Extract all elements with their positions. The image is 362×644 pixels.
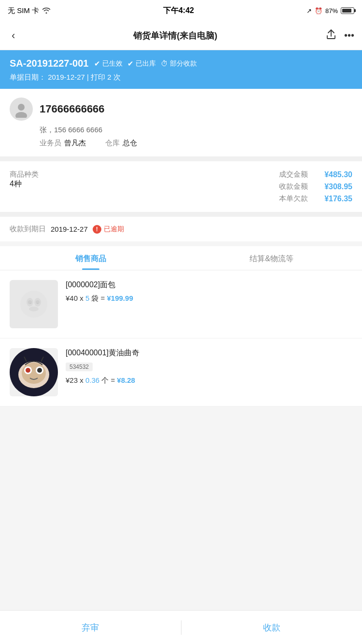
- warehouse-value: 总仓: [123, 139, 137, 148]
- svg-point-13: [22, 363, 46, 384]
- battery-icon: [341, 7, 354, 14]
- alarm-icon: ⏰: [315, 7, 322, 14]
- date-value: 2019-12-27: [48, 73, 85, 81]
- confirm-button[interactable]: 收款: [181, 613, 362, 642]
- back-button[interactable]: ‹: [8, 26, 19, 46]
- nav-bar: ‹ 销货单详情(来自电脑) •••: [0, 21, 362, 50]
- product-info-2: [000400001]黄油曲奇 534532 ¥23 x 0.36 个 = ¥8…: [66, 348, 352, 385]
- svg-point-3: [20, 291, 47, 318]
- category-label: 商品种类: [10, 170, 39, 179]
- product-tag-2: 534532: [66, 363, 93, 371]
- bottom-bar: 弃审 收款: [0, 610, 362, 644]
- amount-label-0: 成交金额: [279, 170, 308, 179]
- product-qty-1: 5: [85, 294, 89, 302]
- status-right: ↗ ⏰ 87%: [306, 7, 354, 14]
- status-time: 下午4:42: [163, 6, 194, 16]
- order-number: SA-20191227-001: [10, 58, 88, 69]
- share-icon[interactable]: [326, 29, 336, 42]
- customer-section: 17666666666 张，156 6666 6666 业务员 曾凡杰 仓库 总…: [0, 89, 362, 156]
- product-thumb-2: [10, 348, 58, 396]
- battery-percent: 87%: [325, 7, 338, 14]
- partial-label: 部分收款: [170, 59, 197, 68]
- amount-line-1: 收款金额 ¥308.95: [279, 182, 352, 191]
- more-icon[interactable]: •••: [344, 30, 354, 41]
- amount-line-2: 本单欠款 ¥176.35: [279, 194, 352, 203]
- divider-1: [0, 156, 362, 161]
- product-price-1: ¥40 x 5 袋 = ¥199.99: [66, 294, 352, 303]
- svg-point-1: [18, 104, 25, 111]
- effective-icon: ✔: [94, 59, 100, 68]
- list-item: + + [0000002]面包 ¥40 x 5 袋 = ¥199.99: [0, 270, 362, 338]
- location-icon: ↗: [306, 7, 312, 14]
- svg-point-8: [29, 307, 39, 311]
- tab-settlement-label: 结算&物流等: [250, 254, 293, 263]
- customer-top: 17666666666: [10, 98, 352, 121]
- status-badge-shipped: ✔ 已出库: [127, 59, 156, 68]
- product-code-1: [0000002]: [66, 280, 100, 289]
- product-info-1: [0000002]面包 ¥40 x 5 袋 = ¥199.99: [66, 280, 352, 303]
- effective-label: 已生效: [102, 59, 123, 68]
- amounts-row: 商品种类 4种 成交金额 ¥485.30 收款金额 ¥308.95 本单欠款 ¥…: [10, 170, 352, 203]
- shipped-icon: ✔: [127, 59, 134, 68]
- products-list: + + [0000002]面包 ¥40 x 5 袋 = ¥199.99: [0, 270, 362, 406]
- warehouse-label: 仓库: [105, 139, 120, 148]
- status-badge-partial: ⏱ 部分收款: [161, 59, 197, 68]
- tab-sales-label: 销售商品: [75, 254, 106, 263]
- order-header: SA-20191227-001 ✔ 已生效 ✔ 已出库 ⏱ 部分收款 单据日期：…: [0, 50, 362, 89]
- print-suffix: 次: [113, 73, 121, 81]
- amount-line-0: 成交金额 ¥485.30: [279, 170, 352, 179]
- salesperson-label: 业务员: [40, 139, 61, 148]
- overdue-badge: ! 已逾期: [93, 225, 124, 234]
- wifi-icon: [42, 7, 51, 15]
- warehouse-meta: 仓库 总仓: [105, 139, 137, 148]
- carrier-label: 无 SIM 卡: [8, 6, 39, 15]
- overdue-icon: !: [93, 225, 101, 234]
- status-left: 无 SIM 卡: [8, 6, 51, 15]
- product-code-2: [000400001]: [66, 349, 109, 357]
- print-label: | 打印: [87, 73, 107, 81]
- due-date-value: 2019-12-27: [51, 225, 88, 233]
- amounts-right: 成交金额 ¥485.30 收款金额 ¥308.95 本单欠款 ¥176.35: [279, 170, 352, 203]
- product-name-1: [0000002]面包: [66, 280, 352, 290]
- status-bar: 无 SIM 卡 下午4:42 ↗ ⏰ 87%: [0, 0, 362, 21]
- amount-value-0: ¥485.30: [314, 170, 352, 179]
- amount-value-1: ¥308.95: [314, 182, 352, 191]
- salesperson-value: 曾凡杰: [64, 139, 86, 148]
- svg-text:+: +: [30, 302, 31, 305]
- product-total-1: ¥199.99: [107, 294, 133, 302]
- product-image-placeholder-1: + +: [10, 280, 58, 328]
- due-date-section: 收款到期日 2019-12-27 ! 已逾期: [0, 217, 362, 241]
- customer-name-phone: 张，156 6666 6666: [10, 126, 352, 135]
- cancel-button[interactable]: 弃审: [0, 613, 181, 642]
- product-total-2: ¥8.28: [117, 376, 135, 384]
- customer-id: 17666666666: [40, 103, 105, 115]
- due-date-label: 收款到期日: [10, 224, 46, 234]
- tab-sales[interactable]: 销售商品: [0, 246, 181, 270]
- svg-text:+: +: [37, 302, 38, 305]
- category-count: 4种: [10, 179, 39, 189]
- salesperson-meta: 业务员 曾凡杰: [40, 139, 86, 148]
- partial-icon: ⏱: [161, 59, 168, 68]
- status-badge-effective: ✔ 已生效: [94, 59, 123, 68]
- product-thumb-1: + +: [10, 280, 58, 328]
- product-price-2: ¥23 x 0.36 个 = ¥8.28: [66, 376, 352, 385]
- bottom-spacer: [0, 406, 362, 445]
- tabs-section: 销售商品 结算&物流等: [0, 246, 362, 270]
- overdue-text: 已逾期: [104, 225, 124, 234]
- divider-2: [0, 212, 362, 217]
- amount-value-2: ¥176.35: [314, 195, 352, 203]
- customer-meta: 业务员 曾凡杰 仓库 总仓: [10, 139, 352, 148]
- page-title: 销货单详情(来自电脑): [25, 30, 326, 42]
- tab-settlement[interactable]: 结算&物流等: [181, 246, 362, 270]
- nav-actions: •••: [326, 29, 354, 42]
- avatar: [10, 98, 33, 121]
- status-badges: ✔ 已生效 ✔ 已出库 ⏱ 部分收款: [94, 59, 197, 68]
- order-header-top: SA-20191227-001 ✔ 已生效 ✔ 已出库 ⏱ 部分收款: [10, 58, 352, 69]
- order-date: 单据日期： 2019-12-27 | 打印 2 次: [10, 73, 352, 82]
- amount-label-1: 收款金额: [279, 182, 308, 191]
- amounts-section: 商品种类 4种 成交金额 ¥485.30 收款金额 ¥308.95 本单欠款 ¥…: [0, 161, 362, 212]
- shipped-label: 已出库: [136, 59, 156, 68]
- list-item: [000400001]黄油曲奇 534532 ¥23 x 0.36 个 = ¥8…: [0, 338, 362, 406]
- svg-point-16: [26, 368, 30, 373]
- amount-label-2: 本单欠款: [279, 194, 308, 203]
